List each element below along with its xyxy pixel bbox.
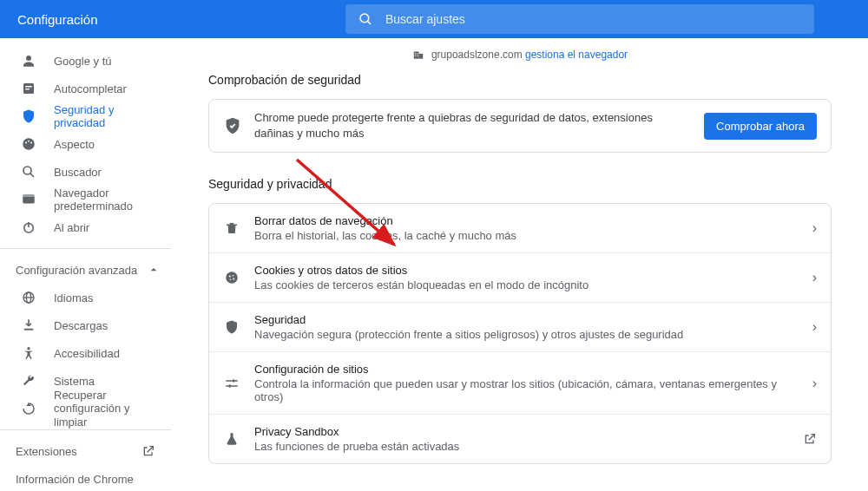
safety-check-text: Chrome puede protegerte frente a quiebra… <box>254 110 692 141</box>
row-privacy-sandbox[interactable]: Privacy Sandbox Las funciones de prueba … <box>209 414 831 463</box>
svg-point-0 <box>360 14 369 23</box>
row-title: Borrar datos de navegación <box>254 214 799 227</box>
row-subtitle: Las funciones de prueba están activadas <box>254 440 789 453</box>
svg-rect-25 <box>415 56 416 56</box>
page-title: Configuración <box>17 12 98 27</box>
shield-check-icon <box>223 116 242 135</box>
sidebar-item-google-you[interactable]: Google y tú <box>0 47 171 75</box>
svg-rect-22 <box>418 54 423 59</box>
trash-icon <box>223 219 240 237</box>
sidebar-item-security-privacy[interactable]: Seguridad y privacidad <box>0 102 171 130</box>
sidebar-item-search-engine[interactable]: Buscador <box>0 158 171 186</box>
sidebar-about-label: Información de Chrome <box>16 473 134 486</box>
chevron-right-icon: › <box>812 270 817 285</box>
svg-rect-21 <box>414 52 419 59</box>
svg-point-7 <box>25 142 27 144</box>
row-subtitle: Borra el historial, las cookies, la cach… <box>254 229 799 242</box>
sidebar-item-label: Seguridad y privacidad <box>54 103 162 129</box>
sidebar-item-languages[interactable]: Idiomas <box>0 284 171 311</box>
sidebar-item-downloads[interactable]: Descargas <box>0 311 171 339</box>
sidebar-item-extensions[interactable]: Extensiones <box>0 437 171 465</box>
svg-rect-5 <box>25 88 30 90</box>
cookie-icon <box>223 269 240 286</box>
row-title: Privacy Sandbox <box>254 425 789 438</box>
svg-line-11 <box>30 173 34 177</box>
svg-point-28 <box>229 276 231 278</box>
flask-icon <box>223 430 240 448</box>
svg-point-29 <box>233 275 234 277</box>
row-title: Cookies y otros datos de sitios <box>254 264 799 277</box>
row-subtitle: Controla la información que pueden usar … <box>254 377 799 403</box>
svg-point-20 <box>27 347 30 350</box>
autofill-icon <box>21 81 36 96</box>
chevron-up-icon <box>147 263 161 277</box>
row-body: Cookies y otros datos de sitios Las cook… <box>254 264 799 291</box>
privacy-card: Borrar datos de navegación Borra el hist… <box>208 203 832 464</box>
svg-rect-24 <box>417 53 418 54</box>
svg-line-1 <box>367 21 371 24</box>
svg-rect-19 <box>24 329 34 331</box>
safety-check-card: Chrome puede protegerte frente a quiebra… <box>208 99 832 153</box>
svg-point-31 <box>230 279 232 281</box>
svg-rect-26 <box>417 56 418 56</box>
tune-icon <box>223 375 240 392</box>
person-icon <box>21 53 36 69</box>
search-input[interactable] <box>385 12 802 26</box>
palette-icon <box>21 136 36 152</box>
svg-point-27 <box>226 272 238 285</box>
sidebar-item-autofill[interactable]: Autocompletar <box>0 75 171 102</box>
privacy-section-title: Seguridad y privacidad <box>208 177 832 191</box>
search-icon <box>358 11 373 27</box>
sidebar-item-reset[interactable]: Recuperar configuración y limpiar <box>0 395 171 422</box>
shield-icon <box>223 318 240 336</box>
row-body: Configuración de sitios Controla la info… <box>254 363 799 403</box>
row-title: Configuración de sitios <box>254 363 799 376</box>
sidebar-item-default-browser[interactable]: Navegador predeterminado <box>0 186 171 213</box>
managed-text: grupoadslzone.com gestiona el navegador <box>431 49 628 61</box>
globe-icon <box>21 290 36 305</box>
sidebar-item-label: Buscador <box>54 166 102 179</box>
row-subtitle: Navegación segura (protección frente a s… <box>254 328 799 341</box>
row-cookies[interactable]: Cookies y otros datos de sitios Las cook… <box>209 252 831 302</box>
search-icon <box>21 164 36 180</box>
row-clear-browsing-data[interactable]: Borrar datos de navegación Borra el hist… <box>209 204 831 252</box>
managed-link[interactable]: gestiona el navegador <box>525 49 628 61</box>
external-link-icon <box>141 444 155 458</box>
sidebar: Google y tú Autocompletar Seguridad y pr… <box>0 38 172 491</box>
search-box[interactable] <box>345 4 814 34</box>
building-icon <box>412 49 424 61</box>
sidebar-item-label: Aspecto <box>54 138 95 151</box>
chevron-right-icon: › <box>812 319 817 335</box>
layout: Google y tú Autocompletar Seguridad y pr… <box>0 38 868 491</box>
safety-check-title: Comprobación de seguridad <box>208 73 832 87</box>
row-security[interactable]: Seguridad Navegación segura (protección … <box>209 302 831 351</box>
svg-point-9 <box>30 142 32 144</box>
row-body: Privacy Sandbox Las funciones de prueba … <box>254 425 789 453</box>
restore-icon <box>21 401 36 416</box>
svg-point-30 <box>233 278 234 280</box>
sidebar-item-label: Al abrir <box>54 221 89 234</box>
sidebar-item-about[interactable]: Información de Chrome <box>0 465 171 491</box>
svg-point-8 <box>28 141 30 142</box>
svg-point-32 <box>233 379 235 382</box>
browser-icon <box>21 192 36 207</box>
download-icon <box>21 318 36 333</box>
sidebar-item-label: Google y tú <box>54 55 112 68</box>
svg-rect-13 <box>23 194 35 197</box>
check-now-button[interactable]: Comprobar ahora <box>704 113 817 140</box>
sidebar-item-label: Descargas <box>54 319 108 332</box>
sidebar-advanced-toggle[interactable]: Configuración avanzada <box>0 256 171 284</box>
sidebar-item-label: Autocompletar <box>54 82 127 95</box>
row-body: Borrar datos de navegación Borra el hist… <box>254 214 799 242</box>
chevron-right-icon: › <box>812 220 817 236</box>
sidebar-item-label: Accesibilidad <box>54 347 120 360</box>
svg-point-6 <box>23 138 35 150</box>
shield-icon <box>21 108 36 124</box>
sidebar-item-appearance[interactable]: Aspecto <box>0 130 171 158</box>
sidebar-item-accessibility[interactable]: Accesibilidad <box>0 339 171 367</box>
row-site-settings[interactable]: Configuración de sitios Controla la info… <box>209 351 831 414</box>
sidebar-item-label: Navegador predeterminado <box>54 187 162 213</box>
sidebar-item-on-startup[interactable]: Al abrir <box>0 213 171 241</box>
svg-rect-23 <box>415 53 416 54</box>
header: Configuración <box>0 0 868 38</box>
